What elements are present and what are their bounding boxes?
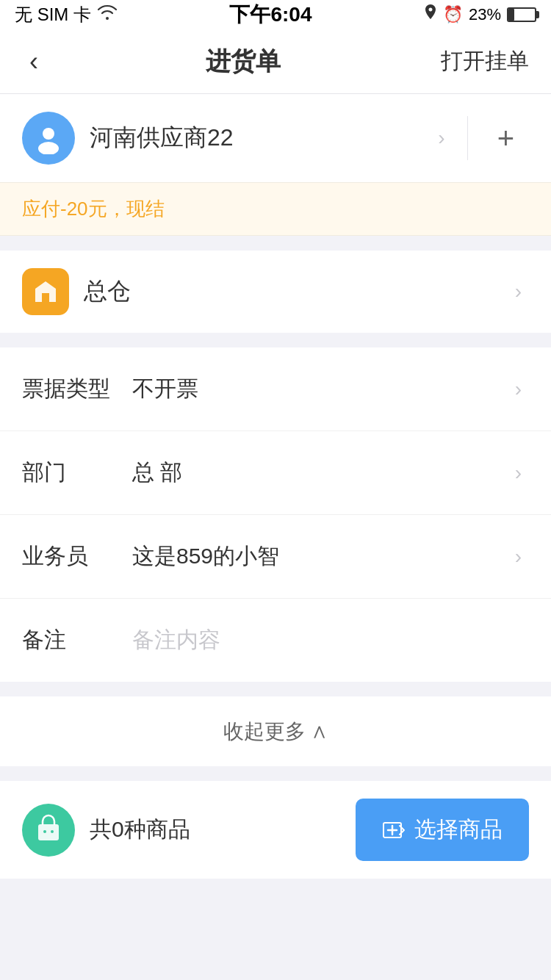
status-bar: 无 SIM 卡 下午6:04 ⏰ 23% [0,0,551,29]
salesman-chevron-icon: › [515,545,522,569]
bottom-area [0,879,551,980]
department-value: 总 部 [118,458,515,488]
supplier-row[interactable]: 河南供应商22 › + [0,94,551,182]
page-title: 进货单 [206,45,281,79]
department-row[interactable]: 部门 总 部 › [0,431,551,515]
supplier-divider [467,116,468,160]
warehouse-chevron-icon: › [515,280,522,303]
invoice-row[interactable]: 票据类型 不开票 › [0,347,551,431]
svg-point-0 [43,128,54,140]
salesman-value: 这是859的小智 [118,541,515,572]
invoice-chevron-icon: › [515,378,522,401]
alarm-icon: ⏰ [443,5,463,24]
invoice-value: 不开票 [118,374,515,404]
supplier-avatar [22,112,75,165]
add-button[interactable]: + [483,115,529,162]
carrier-label: 无 SIM 卡 [15,3,91,26]
supplier-name: 河南供应商22 [90,122,438,154]
svg-rect-2 [42,293,49,302]
salesman-row[interactable]: 业务员 这是859的小智 › [0,515,551,599]
product-icon [22,804,75,857]
status-left: 无 SIM 卡 [15,3,118,26]
remark-label: 备注 [22,625,118,655]
department-chevron-icon: › [515,461,522,485]
svg-rect-3 [38,824,59,840]
warehouse-icon [22,268,69,315]
collapse-section: 收起更多 ∧ [0,696,551,766]
nav-bar: ‹ 进货单 打开挂单 [0,29,551,94]
status-right: ⏰ 23% [424,4,536,25]
svg-point-1 [38,142,59,154]
supplier-section: 河南供应商22 › + 应付-20元，现结 [0,94,551,236]
svg-point-5 [51,830,54,833]
warehouse-section: 总仓 › [0,251,551,333]
wifi-icon [97,4,118,25]
invoice-label: 票据类型 [22,374,118,404]
warehouse-name: 总仓 [84,275,515,308]
collapse-button[interactable]: 收起更多 ∧ [223,720,328,743]
select-product-label: 选择商品 [414,815,503,845]
back-button[interactable]: ‹ [22,39,46,84]
location-icon [424,4,437,25]
select-product-button[interactable]: 选择商品 [356,799,529,861]
warehouse-row[interactable]: 总仓 › [0,251,551,333]
status-time: 下午6:04 [229,1,311,29]
notice-bar: 应付-20元，现结 [0,182,551,236]
department-label: 部门 [22,458,118,488]
battery-icon [507,7,536,22]
product-section: 共0种商品 选择商品 [0,781,551,879]
notice-text: 应付-20元，现结 [22,198,165,220]
battery-percent: 23% [469,5,501,24]
product-count: 共0种商品 [90,815,356,845]
remark-input[interactable]: 备注内容 [118,625,529,655]
main-content: 河南供应商22 › + 应付-20元，现结 总仓 › 票据类型 不开票 [0,94,551,980]
salesman-label: 业务员 [22,541,118,572]
svg-point-4 [43,830,46,833]
form-section: 票据类型 不开票 › 部门 总 部 › 业务员 这是859的小智 › 备注 备注… [0,347,551,682]
open-pending-button[interactable]: 打开挂单 [441,46,529,76]
supplier-chevron-icon: › [438,126,444,150]
remark-row[interactable]: 备注 备注内容 [0,599,551,682]
